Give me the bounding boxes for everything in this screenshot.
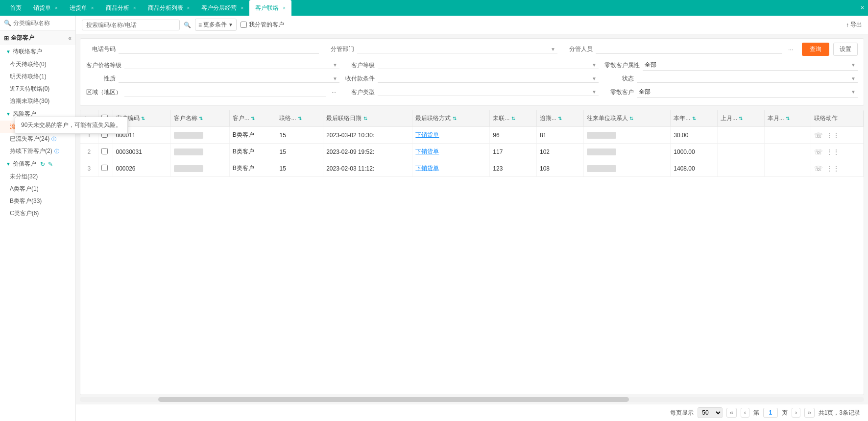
th-uncontacted[interactable]: 未联... ⇅ xyxy=(490,110,537,127)
more-action-icon-3[interactable]: ⋮⋮ xyxy=(826,165,840,173)
pending-contact-group[interactable]: ▼ 待联络客户 xyxy=(0,45,75,58)
nav-product-analysis-list[interactable]: 商品分析列表 × xyxy=(142,0,196,16)
row-uncontacted-1: 96 xyxy=(490,127,537,144)
search-button-icon[interactable]: 🔍 xyxy=(184,22,191,28)
phone-input[interactable] xyxy=(119,45,319,54)
last-page-button[interactable]: » xyxy=(804,408,815,418)
close-all-tabs-button[interactable]: × xyxy=(861,4,864,11)
more-action-icon-1[interactable]: ⋮⋮ xyxy=(826,131,840,139)
sidebar-item-overdue-contact[interactable]: 逾期未联络(30) xyxy=(0,95,75,107)
more-action-icon-2[interactable]: ⋮⋮ xyxy=(826,148,840,156)
close-sales-order-icon[interactable]: × xyxy=(55,5,58,11)
th-last-month[interactable]: 上月... ⇅ xyxy=(718,110,765,127)
settings-button[interactable]: 设置 xyxy=(833,43,858,56)
nature-select[interactable]: ▼ xyxy=(119,75,339,83)
row-year-2: 1000.00 xyxy=(671,144,718,160)
sidebar-search-input[interactable] xyxy=(13,20,76,26)
payment-select[interactable]: ▼ xyxy=(378,75,599,83)
nav-sales-order[interactable]: 销货单 × xyxy=(27,0,64,16)
th-customer-type[interactable]: 客户... ⇅ xyxy=(229,110,276,127)
status-select[interactable]: ▼ xyxy=(637,75,858,83)
action-icons-2: ☏ ⋮⋮ xyxy=(814,148,860,156)
scatter-attr-select[interactable]: 全部 ▼ xyxy=(643,60,858,71)
row-code-2: 00030031 xyxy=(113,144,171,160)
contact-method-link-1[interactable]: 下销货单 xyxy=(415,131,439,138)
nav-home[interactable]: 首页 xyxy=(4,0,27,16)
sidebar-item-class-b[interactable]: B类客户(33) xyxy=(0,195,75,207)
manager-more-icon[interactable]: ··· xyxy=(785,45,796,54)
horizontal-scrollbar[interactable] xyxy=(80,397,864,402)
nav-product-analysis[interactable]: 商品分析 × xyxy=(100,0,142,16)
row-index-2: 2 xyxy=(80,144,98,160)
region-more-icon[interactable]: ··· xyxy=(329,88,339,97)
th-overdue[interactable]: 逾期... ⇅ xyxy=(536,110,583,127)
close-product-analysis-icon[interactable]: × xyxy=(133,5,136,11)
close-customer-tier-icon[interactable]: × xyxy=(241,5,243,11)
page-unit: 页 xyxy=(782,409,788,417)
th-this-year[interactable]: 本年... ⇅ xyxy=(671,110,718,127)
price-tier-select[interactable]: ▼ xyxy=(124,61,339,69)
all-customers-header[interactable]: ⊞ 全部客户 « xyxy=(0,31,75,45)
region-input[interactable] xyxy=(124,88,326,97)
nav-customer-tier[interactable]: 客户分层经营 × xyxy=(195,0,249,16)
my-customers-checkbox-label[interactable]: 我分管的客户 xyxy=(241,21,284,29)
th-actions: 联络动作 xyxy=(811,110,864,127)
th-last-contact-method[interactable]: 最后联络方式 ⇅ xyxy=(412,110,490,127)
sidebar-item-today-contact[interactable]: 今天待联络(0) xyxy=(0,58,75,71)
th-this-month[interactable]: 本月... ⇅ xyxy=(764,110,811,127)
row-uncontacted-2: 117 xyxy=(490,144,537,160)
th-customer-name[interactable]: 客户名称 ⇅ xyxy=(171,110,230,127)
manager-input[interactable] xyxy=(596,45,782,54)
query-button[interactable]: 查询 xyxy=(802,43,829,56)
scrollbar-thumb[interactable] xyxy=(158,397,629,402)
close-customer-contact-icon[interactable]: × xyxy=(283,5,286,11)
manager-field: 分管人员 ··· xyxy=(563,45,796,54)
th-last-contact-date[interactable]: 最后联络日期 ⇅ xyxy=(323,110,412,127)
close-product-analysis-list-icon[interactable]: × xyxy=(187,5,190,11)
contact-method-link-2[interactable]: 下销货单 xyxy=(415,148,439,155)
scatter-customer-select[interactable]: 全部 ▼ xyxy=(637,87,858,98)
th-contact[interactable]: 联络... ⇅ xyxy=(276,110,323,127)
filter-row-1: 电话号码 分管部门 ▼ 分管人员 ··· 查询 设置 xyxy=(86,43,858,56)
export-button[interactable]: ↑ 导出 xyxy=(846,21,862,29)
edit-icon[interactable]: ✎ xyxy=(48,161,53,168)
th-contact-person[interactable]: 往来单位联系人 ⇅ xyxy=(583,110,671,127)
prev-page-button[interactable]: ‹ xyxy=(741,408,749,418)
row-select-checkbox-3[interactable] xyxy=(101,165,108,171)
nav-purchase-order[interactable]: 进货单 × xyxy=(64,0,100,16)
refresh-icon[interactable]: ↻ xyxy=(40,161,45,168)
sidebar-item-tomorrow-contact[interactable]: 明天待联络(1) xyxy=(0,71,75,83)
customer-type-select[interactable]: ▼ xyxy=(378,88,599,96)
region-label: 区域（地区） xyxy=(86,88,121,97)
contact-action-icon-3[interactable]: ☏ xyxy=(814,165,823,173)
sidebar-item-ungrouped[interactable]: 未分组(32) xyxy=(0,171,75,183)
sidebar-item-7day-contact[interactable]: 近7天待联络(0) xyxy=(0,83,75,95)
next-page-button[interactable]: › xyxy=(792,408,800,418)
first-page-button[interactable]: « xyxy=(726,408,737,418)
my-customers-checkbox[interactable] xyxy=(241,22,247,28)
customer-tier-select[interactable]: ▼ xyxy=(378,61,599,69)
close-purchase-order-icon[interactable]: × xyxy=(91,5,94,11)
row-contact-1: 15 xyxy=(276,127,323,144)
search-input[interactable] xyxy=(82,20,180,30)
value-customer-group[interactable]: ▼ 价值客户 ↻ ✎ xyxy=(0,157,75,171)
row-overdue-2: 102 xyxy=(536,144,583,160)
nature-chevron-icon: ▼ xyxy=(333,76,338,81)
sidebar-item-declining[interactable]: 持续下滑客户(2) ⓘ xyxy=(0,145,75,157)
nav-customer-contact[interactable]: 客户联络 × xyxy=(249,0,291,16)
dept-select[interactable]: ▼ xyxy=(357,46,557,53)
more-conditions-button[interactable]: ≡ 更多条件 ▼ xyxy=(195,19,237,31)
phone-label: 电话号码 xyxy=(86,45,116,53)
sidebar-item-class-c[interactable]: C类客户(6) xyxy=(0,207,75,220)
blurred-name-2: ██ xyxy=(174,149,203,155)
current-page-input[interactable] xyxy=(763,408,778,418)
sort-icon-method: ⇅ xyxy=(453,116,457,121)
collapse-sidebar-icon[interactable]: « xyxy=(68,35,72,42)
row-select-checkbox-2[interactable] xyxy=(101,148,108,154)
contact-action-icon-1[interactable]: ☏ xyxy=(814,131,823,139)
page-size-select[interactable]: 50 100 xyxy=(698,407,723,418)
sidebar-item-class-a[interactable]: A类客户(1) xyxy=(0,183,75,195)
sidebar-item-churned[interactable]: 已流失客户(24) ⓘ xyxy=(0,133,75,145)
contact-method-link-3[interactable]: 下销货单 xyxy=(415,165,439,172)
contact-action-icon-2[interactable]: ☏ xyxy=(814,148,823,156)
